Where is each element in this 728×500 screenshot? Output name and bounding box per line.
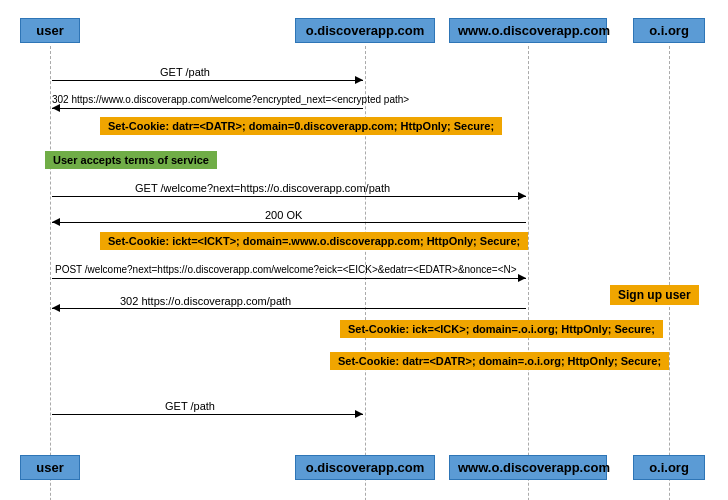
arrow-get-path (52, 80, 363, 81)
label-post-welcome: POST /welcome?next=https://o.discoverapp… (55, 264, 517, 275)
actor-user-bottom: user (20, 455, 80, 480)
arrow-302-path (52, 308, 526, 309)
label-get-path-2: GET /path (165, 400, 215, 412)
actor-www-discoverapp-bottom: www.o.discoverapp.com (449, 455, 607, 480)
arrow-200-ok (52, 222, 526, 223)
actor-user-top: user (20, 18, 80, 43)
label-200-ok: 200 OK (265, 209, 302, 221)
note-signup-user: Sign up user (610, 285, 699, 305)
note-set-cookie-datr: Set-Cookie: datr=<DATR>; domain=0.discov… (100, 117, 502, 135)
arrow-post-welcome (52, 278, 526, 279)
actor-o-discoverapp-bottom: o.discoverapp.com (295, 455, 435, 480)
label-302-path: 302 https://o.discoverapp.com/path (120, 295, 291, 307)
actor-o-i-org-bottom: o.i.org (633, 455, 705, 480)
lifeline-o-i-org (669, 46, 670, 500)
note-set-cookie-datr-oi: Set-Cookie: datr=<DATR>; domain=.o.i.org… (330, 352, 669, 370)
label-get-welcome: GET /welcome?next=https://o.discoverapp.… (135, 182, 390, 194)
label-302-redirect: 302 https://www.o.discoverapp.com/welcom… (52, 94, 409, 105)
arrow-302-redirect (52, 108, 363, 109)
actor-o-i-org-top: o.i.org (633, 18, 705, 43)
label-get-path: GET /path (160, 66, 210, 78)
note-set-cookie-ickt: Set-Cookie: ickt=<ICKT>; domain=.www.o.d… (100, 232, 528, 250)
note-user-accepts: User accepts terms of service (45, 151, 217, 169)
arrow-get-welcome (52, 196, 526, 197)
sequence-diagram: user o.discoverapp.com www.o.discoverapp… (0, 0, 728, 500)
actor-o-discoverapp-top: o.discoverapp.com (295, 18, 435, 43)
note-set-cookie-ick: Set-Cookie: ick=<ICK>; domain=.o.i.org; … (340, 320, 663, 338)
arrow-get-path-2 (52, 414, 363, 415)
actor-www-discoverapp-top: www.o.discoverapp.com (449, 18, 607, 43)
lifeline-user (50, 46, 51, 500)
lifeline-www-discoverapp (528, 46, 529, 500)
